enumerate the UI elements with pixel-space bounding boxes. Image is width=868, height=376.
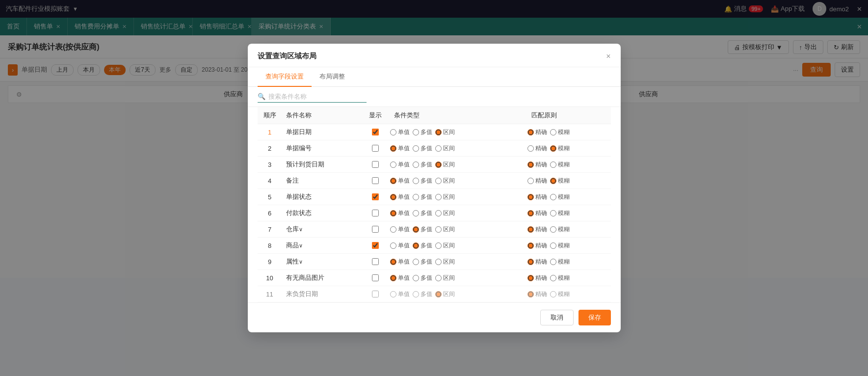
table-row: 7 仓库 ∨ 单值 多值 区间 精确 模糊 bbox=[258, 221, 611, 238]
row-type-single-7[interactable]: 单值 bbox=[390, 225, 410, 234]
row-type-multi-5[interactable]: 多值 bbox=[413, 193, 432, 201]
row-display-checkbox-6[interactable] bbox=[372, 210, 379, 216]
row-display-checkbox-5[interactable] bbox=[372, 193, 379, 200]
th-name: 条件名称 bbox=[282, 111, 361, 120]
row-match-fuzzy-10[interactable]: 模糊 bbox=[550, 274, 570, 278]
row-type-range-3[interactable]: 区间 bbox=[435, 161, 455, 169]
row-match-exact-6[interactable]: 精确 bbox=[527, 209, 547, 217]
dialog-tab-query-fields[interactable]: 查询字段设置 bbox=[258, 67, 312, 87]
row-type-single-10[interactable]: 单值 bbox=[390, 274, 410, 278]
row-display-7 bbox=[361, 226, 390, 233]
row-order-10: 10 bbox=[258, 274, 282, 278]
row-match-exact-3[interactable]: 精确 bbox=[527, 161, 547, 169]
table-row: 8 商品 ∨ 单值 多值 区间 精确 模糊 bbox=[258, 238, 611, 254]
row-match-exact-7[interactable]: 精确 bbox=[527, 225, 547, 234]
row-match-exact-5[interactable]: 精确 bbox=[527, 193, 547, 201]
row-type-multi-8[interactable]: 多值 bbox=[413, 242, 432, 250]
row-display-checkbox-3[interactable] bbox=[372, 161, 379, 168]
row-match-exact-1[interactable]: 精确 bbox=[527, 128, 547, 136]
row-match-fuzzy-4[interactable]: 模糊 bbox=[550, 177, 570, 185]
row-match-exact-2[interactable]: 精确 bbox=[527, 144, 547, 153]
row-match-fuzzy-9[interactable]: 模糊 bbox=[550, 258, 570, 266]
row-match-fuzzy-1[interactable]: 模糊 bbox=[550, 128, 570, 136]
row-match-exact-4[interactable]: 精确 bbox=[527, 177, 547, 185]
row-type-single-6[interactable]: 单值 bbox=[390, 209, 410, 217]
search-input[interactable] bbox=[268, 93, 367, 100]
row-match-fuzzy-8[interactable]: 模糊 bbox=[550, 242, 570, 250]
row-type-single-1[interactable]: 单值 bbox=[390, 128, 410, 136]
settings-table-header: 顺序 条件名称 显示 条件类型 匹配原则 bbox=[258, 107, 611, 124]
row-type-multi-7[interactable]: 多值 bbox=[413, 225, 432, 234]
row-name-9: 属性 ∨ bbox=[282, 257, 361, 266]
row-display-checkbox-8[interactable] bbox=[372, 242, 379, 249]
row-order-4: 4 bbox=[258, 177, 282, 185]
row-name-2: 单据编号 bbox=[282, 144, 361, 153]
row-type-multi-10[interactable]: 多值 bbox=[413, 274, 432, 278]
row-order-9: 9 bbox=[258, 258, 282, 266]
row-name-6: 付款状态 bbox=[282, 209, 361, 217]
row-match-8: 精确 模糊 bbox=[527, 242, 621, 250]
table-row: 10 有无商品图片 单值 多值 区间 精确 模糊 bbox=[258, 270, 611, 278]
row-order-6: 6 bbox=[258, 210, 282, 217]
row-match-exact-9[interactable]: 精确 bbox=[527, 258, 547, 266]
row-display-10 bbox=[361, 274, 390, 278]
row-display-checkbox-9[interactable] bbox=[372, 258, 379, 265]
row-match-7: 精确 模糊 bbox=[527, 225, 621, 234]
row-display-checkbox-2[interactable] bbox=[372, 145, 379, 152]
row-match-exact-8[interactable]: 精确 bbox=[527, 242, 547, 250]
row-type-range-6[interactable]: 区间 bbox=[435, 209, 455, 217]
row-type-multi-9[interactable]: 多值 bbox=[413, 258, 432, 266]
row-display-2 bbox=[361, 145, 390, 152]
row-name-10: 有无商品图片 bbox=[282, 273, 361, 278]
row-type-range-7[interactable]: 区间 bbox=[435, 225, 455, 234]
row-type-single-4[interactable]: 单值 bbox=[390, 177, 410, 185]
dialog-tab-query-fields-label: 查询字段设置 bbox=[265, 73, 304, 80]
th-match: 匹配原则 bbox=[527, 111, 621, 120]
row-match-fuzzy-5[interactable]: 模糊 bbox=[550, 193, 570, 201]
row-type-single-2[interactable]: 单值 bbox=[390, 144, 410, 153]
row-type-single-5[interactable]: 单值 bbox=[390, 193, 410, 201]
row-type-single-9[interactable]: 单值 bbox=[390, 258, 410, 266]
dialog-close-btn[interactable]: × bbox=[606, 52, 610, 61]
row-type-multi-6[interactable]: 多值 bbox=[413, 209, 432, 217]
row-type-range-10[interactable]: 区间 bbox=[435, 274, 455, 278]
row-type-multi-3[interactable]: 多值 bbox=[413, 161, 432, 169]
row-display-checkbox-10[interactable] bbox=[372, 274, 379, 278]
dialog-tab-layout[interactable]: 布局调整 bbox=[312, 67, 353, 87]
th-type: 条件类型 bbox=[390, 111, 527, 120]
row-display-3 bbox=[361, 161, 390, 168]
row-type-range-8[interactable]: 区间 bbox=[435, 242, 455, 250]
row-match-fuzzy-7[interactable]: 模糊 bbox=[550, 225, 570, 234]
row-type-2: 单值 多值 区间 bbox=[390, 144, 527, 153]
row-type-range-9[interactable]: 区间 bbox=[435, 258, 455, 266]
row-display-checkbox-1[interactable] bbox=[372, 129, 379, 135]
row-match-1: 精确 模糊 bbox=[527, 128, 621, 136]
row-display-6 bbox=[361, 210, 390, 216]
row-display-checkbox-4[interactable] bbox=[372, 177, 379, 184]
row-name-4: 备注 bbox=[282, 176, 361, 185]
row-type-7: 单值 多值 区间 bbox=[390, 225, 527, 234]
row-type-single-8[interactable]: 单值 bbox=[390, 242, 410, 250]
row-type-range-5[interactable]: 区间 bbox=[435, 193, 455, 201]
row-match-fuzzy-2[interactable]: 模糊 bbox=[550, 144, 570, 153]
row-type-1: 单值 多值 区间 bbox=[390, 128, 527, 136]
row-order-2: 2 bbox=[258, 145, 282, 152]
row-match-fuzzy-3[interactable]: 模糊 bbox=[550, 161, 570, 169]
row-type-single-3[interactable]: 单值 bbox=[390, 161, 410, 169]
row-order-1: 1 bbox=[258, 129, 282, 136]
dialog-header: 设置查询区域布局 × bbox=[248, 44, 621, 67]
row-order-5: 5 bbox=[258, 193, 282, 201]
row-type-range-1[interactable]: 区间 bbox=[435, 128, 455, 136]
dialog-title: 设置查询区域布局 bbox=[258, 52, 316, 61]
row-display-checkbox-7[interactable] bbox=[372, 226, 379, 233]
row-type-range-4[interactable]: 区间 bbox=[435, 177, 455, 185]
row-match-fuzzy-6[interactable]: 模糊 bbox=[550, 209, 570, 217]
row-match-exact-10[interactable]: 精确 bbox=[527, 274, 547, 278]
row-type-multi-4[interactable]: 多值 bbox=[413, 177, 432, 185]
table-row: 9 属性 ∨ 单值 多值 区间 精确 模糊 bbox=[258, 254, 611, 270]
row-type-range-2[interactable]: 区间 bbox=[435, 144, 455, 153]
row-type-10: 单值 多值 区间 bbox=[390, 274, 527, 278]
row-type-multi-2[interactable]: 多值 bbox=[413, 144, 432, 153]
row-name-7: 仓库 ∨ bbox=[282, 225, 361, 234]
row-type-multi-1[interactable]: 多值 bbox=[413, 128, 432, 136]
